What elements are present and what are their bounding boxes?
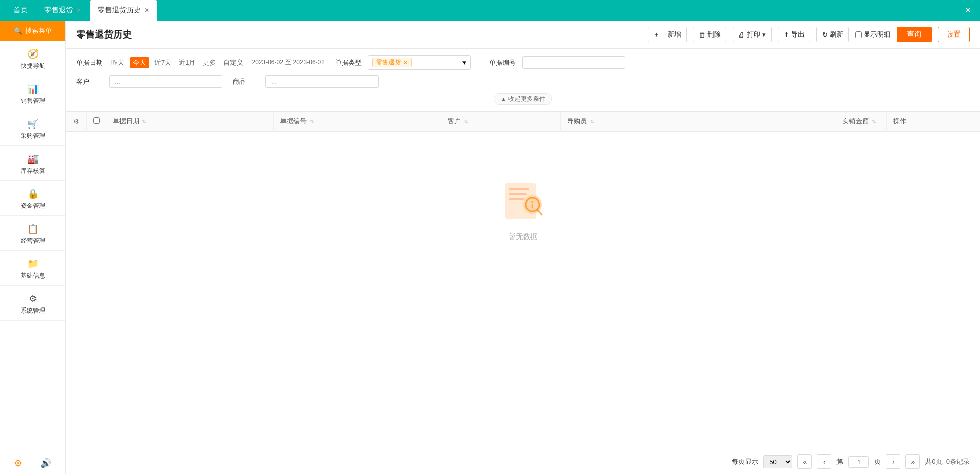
- sidebar-item-basic-info[interactable]: 📁 基础信息: [0, 251, 65, 286]
- filter-customer: 客户 ...: [76, 75, 222, 88]
- sidebar-search[interactable]: 🔍 搜索菜单: [0, 21, 65, 41]
- th-customer[interactable]: 客户 ⇅: [441, 112, 561, 132]
- print-button[interactable]: 🖨 打印 ▾: [733, 27, 772, 42]
- sidebar-item-finance-mgmt[interactable]: 🔒 资金管理: [0, 181, 65, 216]
- customer-select[interactable]: ...: [109, 75, 222, 88]
- window-close-icon[interactable]: ✕: [964, 5, 972, 16]
- doc-type-value: 零售退货: [376, 58, 401, 67]
- setting-button[interactable]: 设置: [938, 27, 970, 42]
- doc-type-select[interactable]: 零售退货 ✕ ▾: [368, 55, 471, 70]
- th-checkbox[interactable]: [86, 112, 106, 132]
- per-page-label: 每页显示: [732, 457, 758, 466]
- sidebar-item-operation-mgmt[interactable]: 📋 经营管理: [0, 216, 65, 251]
- system-mgmt-icon: ⚙: [29, 293, 37, 304]
- doc-type-label: 单据类型: [335, 58, 364, 67]
- table-body: 暂无数据: [66, 132, 980, 273]
- top-bar: 首页 零售退货 ✕ 零售退货历史 ✕ ✕: [0, 0, 980, 21]
- refresh-button[interactable]: ↻ 刷新: [816, 27, 849, 42]
- doc-number-input[interactable]: [522, 56, 625, 69]
- th-settings[interactable]: ⚙: [66, 112, 86, 132]
- sidebar-item-sales-mgmt[interactable]: 📊 销售管理: [0, 76, 65, 111]
- th-amount-sort-icon: ⇅: [872, 119, 876, 124]
- export-icon: ⬆: [783, 31, 789, 39]
- main-layout: 🔍 搜索菜单 🧭 快捷导航 📊 销售管理 🛒 采购管理 🏭 库存核算 🔒 资金管…: [0, 21, 980, 474]
- first-page-button[interactable]: «: [797, 454, 812, 469]
- date-to: 2023-06-02: [293, 59, 325, 66]
- empty-icon: [497, 173, 549, 224]
- delete-icon: 🗑: [699, 31, 705, 39]
- tab-home-label: 首页: [13, 6, 28, 15]
- show-detail-checkbox[interactable]: [855, 31, 862, 38]
- sidebar-item-sales-mgmt-label: 销售管理: [21, 97, 45, 105]
- next-page-button[interactable]: ›: [886, 454, 900, 469]
- date-opt-today[interactable]: 今天: [130, 57, 149, 68]
- refresh-label: 刷新: [830, 30, 843, 39]
- search-icon: 🔍: [14, 27, 22, 35]
- finance-mgmt-icon: 🔒: [27, 188, 39, 199]
- table-header-row: ⚙ 单据日期 ⇅ 单据编号 ⇅: [66, 112, 980, 132]
- sidebar-item-quick-nav[interactable]: 🧭 快捷导航: [0, 41, 65, 76]
- delete-button[interactable]: 🗑 删除: [693, 27, 726, 42]
- th-doc-number[interactable]: 单据编号 ⇅: [274, 112, 441, 132]
- print-icon: 🖨: [738, 31, 745, 39]
- tab-retail-return-history-label: 零售退货历史: [98, 6, 141, 15]
- th-guide[interactable]: 导购员 ⇅: [561, 112, 704, 132]
- th-amount[interactable]: 实销金额 ⇅: [704, 112, 887, 132]
- th-doc-date[interactable]: 单据日期 ⇅: [106, 112, 274, 132]
- sidebar-item-system-mgmt[interactable]: ⚙ 系统管理: [0, 286, 65, 321]
- date-opt-last7[interactable]: 近7天: [152, 57, 173, 68]
- date-separator: 至: [285, 59, 293, 66]
- goods-select[interactable]: ...: [265, 75, 379, 88]
- table-empty-cell: 暂无数据: [66, 132, 980, 273]
- pagination: 每页显示 20 50 100 200 « ‹ 第 页 › » 共0页, 0条记录: [66, 449, 980, 474]
- page-label: 第: [836, 457, 843, 466]
- svg-rect-1: [509, 188, 529, 190]
- svg-rect-3: [509, 198, 524, 200]
- select-all-checkbox[interactable]: [93, 117, 100, 124]
- sidebar-item-inventory-calc[interactable]: 🏭 库存核算: [0, 146, 65, 181]
- prev-page-button[interactable]: ‹: [817, 454, 831, 469]
- sidebar-item-purchase-mgmt[interactable]: 🛒 采购管理: [0, 111, 65, 146]
- show-detail-label: 显示明细: [864, 30, 890, 39]
- sidebar-speaker-icon[interactable]: 🔊: [40, 458, 51, 469]
- collapse-label: 收起更多条件: [508, 95, 545, 103]
- print-label: 打印: [747, 30, 760, 39]
- collapse-button[interactable]: ▲ 收起更多条件: [494, 93, 553, 105]
- new-icon: ＋: [653, 30, 660, 39]
- per-page-select[interactable]: 20 50 100 200: [763, 455, 792, 468]
- collapse-up-icon: ▲: [501, 96, 507, 103]
- gear-icon: ⚙: [73, 118, 79, 125]
- sidebar-item-finance-mgmt-label: 资金管理: [21, 202, 45, 210]
- tab-retail-return-history-close[interactable]: ✕: [144, 7, 149, 14]
- tab-retail-return[interactable]: 零售退货 ✕: [36, 0, 90, 21]
- content-area: 零售退货历史 ＋ + 新增 🗑 删除 🖨 打印 ▾: [66, 21, 980, 474]
- page-input[interactable]: [848, 456, 869, 468]
- date-opt-yesterday[interactable]: 昨天: [109, 57, 127, 68]
- sidebar-search-label: 搜索菜单: [25, 26, 52, 35]
- customer-placeholder: ...: [115, 78, 120, 85]
- sidebar-settings-icon[interactable]: ⚙: [14, 458, 22, 469]
- tab-retail-return-close[interactable]: ✕: [76, 7, 81, 14]
- filter-goods: 商品 ...: [233, 75, 379, 88]
- query-button[interactable]: 查询: [897, 27, 932, 42]
- tab-home[interactable]: 首页: [5, 0, 36, 21]
- date-opt-last-month[interactable]: 近1月: [176, 57, 198, 68]
- doc-type-tag-close[interactable]: ✕: [403, 59, 408, 66]
- date-opt-custom[interactable]: 自定义: [221, 57, 245, 68]
- th-guide-label: 导购员: [567, 117, 587, 125]
- collapse-bar: ▲ 收起更多条件: [76, 93, 970, 105]
- new-label: + 新增: [662, 30, 681, 39]
- last-page-button[interactable]: »: [905, 454, 920, 469]
- date-opt-more[interactable]: 更多: [201, 57, 218, 68]
- tab-retail-return-history[interactable]: 零售退货历史 ✕: [90, 0, 157, 21]
- sidebar-item-operation-mgmt-label: 经营管理: [21, 236, 45, 245]
- purchase-mgmt-icon: 🛒: [27, 118, 39, 130]
- th-customer-sort-icon: ⇅: [464, 119, 468, 124]
- date-range-display: 2023-06-02 至 2023-06-02: [252, 58, 324, 67]
- filter-row-1: 单据日期 昨天 今天 近7天 近1月 更多 自定义 2023-06-02 至 2…: [76, 55, 970, 70]
- export-button[interactable]: ⬆ 导出: [778, 27, 810, 42]
- export-label: 导出: [791, 30, 805, 39]
- th-customer-label: 客户: [448, 117, 461, 125]
- th-guide-sort-icon: ⇅: [590, 119, 594, 124]
- new-button[interactable]: ＋ + 新增: [648, 27, 687, 42]
